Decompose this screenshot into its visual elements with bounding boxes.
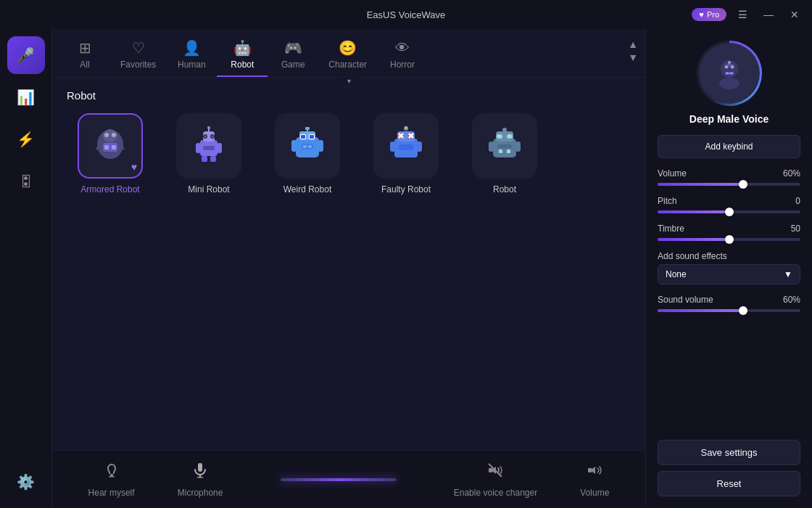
weird-robot-icon-bg (275, 113, 340, 179)
expand-arrow[interactable]: ▾ (341, 75, 357, 87)
svg-rect-29 (303, 145, 307, 148)
tab-character[interactable]: 😊 Character (318, 35, 377, 77)
arrow-up-icon: ▲ (628, 38, 638, 50)
svg-point-13 (204, 136, 207, 138)
sidebar-item-settings[interactable]: ⚙️ (7, 463, 45, 501)
svg-rect-31 (291, 140, 297, 152)
voice-card-robot[interactable]: Robot (461, 113, 548, 194)
weird-robot-label: Weird Robot (283, 184, 331, 194)
volume-item[interactable]: Volume (580, 462, 609, 498)
tab-human[interactable]: 👤 Human (166, 35, 217, 77)
tab-robot[interactable]: 🤖 Robot (217, 35, 268, 77)
tab-scroll-arrows[interactable]: ▲ ▼ (628, 38, 638, 63)
svg-point-45 (497, 134, 502, 139)
mic-plus-icon: 🎤 (17, 46, 35, 64)
sound-effects-select[interactable]: None ▼ (658, 264, 800, 284)
tab-game[interactable]: 🎮 Game (268, 35, 318, 77)
avatar-inner (699, 43, 760, 104)
avatar-ring (697, 41, 762, 106)
bottom-bar: Hear myself Microphone (52, 450, 645, 508)
sound-effects-section: Add sound effects None ▼ (658, 251, 800, 284)
sidebar-item-lightning[interactable]: ⚡ (7, 120, 45, 158)
volume-icon (586, 462, 603, 483)
pitch-slider-track[interactable] (658, 210, 800, 213)
action-buttons: Save settings Reset (658, 440, 800, 496)
svg-rect-66 (726, 64, 732, 66)
volume-slider-track[interactable] (658, 183, 800, 186)
svg-point-2 (104, 133, 109, 137)
sidebar-item-sound[interactable]: 📊 (7, 78, 45, 116)
svg-point-41 (405, 126, 407, 129)
timbre-slider-thumb[interactable] (725, 235, 734, 244)
tab-robot-label: Robot (231, 60, 254, 70)
tab-favorites[interactable]: ♡ Favorites (110, 35, 166, 77)
microphone-item[interactable]: Microphone (178, 462, 223, 498)
add-keybind-button[interactable]: Add keybind (658, 135, 800, 158)
svg-rect-57 (489, 468, 492, 472)
chevron-down-icon: ▾ (347, 77, 351, 85)
sound-volume-value: 60% (783, 295, 800, 305)
volume-slider-thumb[interactable] (739, 180, 747, 189)
svg-point-67 (728, 61, 731, 64)
avatar-container: Deep Male Voice (658, 41, 800, 125)
app-title: EasUS VoiceWave (367, 9, 446, 20)
equalizer-icon: 🎛 (19, 173, 33, 190)
tab-human-label: Human (178, 60, 206, 70)
game-icon: 🎮 (284, 39, 302, 57)
svg-rect-23 (305, 127, 310, 130)
svg-rect-6 (112, 145, 116, 149)
pitch-slider-header: Pitch 0 (658, 196, 800, 206)
voice-changer-label: Enable voice changer (454, 488, 537, 498)
armored-robot-svg (88, 124, 132, 168)
tab-horror[interactable]: 👁 Horror (377, 36, 428, 77)
sound-volume-slider-fill (658, 309, 743, 312)
tab-favorites-label: Favorites (120, 60, 156, 70)
voice-card-mini-robot[interactable]: Mini Robot (165, 113, 252, 194)
voice-card-weird-robot[interactable]: Weird Robot (264, 113, 351, 194)
menu-button[interactable]: ☰ (732, 4, 753, 25)
svg-rect-39 (390, 142, 396, 152)
hear-myself-item[interactable]: Hear myself (88, 462, 135, 498)
svg-point-46 (507, 134, 513, 139)
sound-volume-slider-thumb[interactable] (739, 306, 747, 315)
volume-slider-fill (658, 183, 743, 186)
minimize-button[interactable]: — (758, 4, 779, 25)
titlebar: EasUS VoiceWave ♥ Pro ☰ — ✕ (0, 0, 812, 29)
svg-rect-52 (110, 474, 113, 476)
sound-volume-slider-header: Sound volume 60% (658, 295, 800, 305)
voice-changer-item[interactable]: Enable voice changer (454, 462, 537, 498)
sidebar-item-equalizer[interactable]: 🎛 (7, 163, 45, 200)
sound-volume-slider-track[interactable] (658, 309, 800, 312)
tab-all[interactable]: ⊞ All (59, 35, 110, 77)
timbre-slider-row: Timbre 50 (658, 224, 800, 241)
timbre-slider-track[interactable] (658, 238, 800, 241)
volume-slider-row: Volume 60% (658, 168, 800, 186)
robot-label: Robot (493, 184, 516, 194)
svg-point-68 (719, 78, 740, 89)
pro-label: Pro (707, 10, 719, 19)
svg-rect-59 (588, 468, 592, 472)
voice-grid: ♥ Armored Robot (67, 113, 631, 194)
waveform-display (266, 469, 411, 491)
svg-point-44 (502, 128, 507, 132)
reset-button[interactable]: Reset (658, 471, 800, 496)
svg-rect-65 (730, 73, 733, 74)
hear-myself-label: Hear myself (88, 488, 135, 498)
voice-card-armored-robot[interactable]: ♥ Armored Robot (67, 113, 154, 194)
svg-rect-16 (196, 143, 201, 153)
pitch-slider-row: Pitch 0 (658, 196, 800, 213)
sound-volume-label: Sound volume (658, 295, 713, 305)
save-settings-button[interactable]: Save settings (658, 440, 800, 465)
timbre-slider-fill (658, 238, 729, 241)
volume-slider-header: Volume 60% (658, 168, 800, 179)
close-button[interactable]: ✕ (784, 4, 805, 25)
category-tabs: ⊞ All ♡ Favorites 👤 Human 🤖 Robot 🎮 Game… (52, 29, 645, 78)
all-icon: ⊞ (79, 39, 91, 57)
voice-card-faulty-robot[interactable]: Faulty Robot (362, 113, 450, 194)
pro-badge: ♥ Pro (692, 8, 726, 21)
faulty-robot-svg (384, 124, 428, 168)
settings-icon: ⚙️ (17, 473, 35, 491)
pitch-slider-thumb[interactable] (725, 208, 734, 216)
sidebar-item-voice[interactable]: 🎤 (7, 36, 45, 74)
svg-rect-27 (310, 135, 314, 139)
